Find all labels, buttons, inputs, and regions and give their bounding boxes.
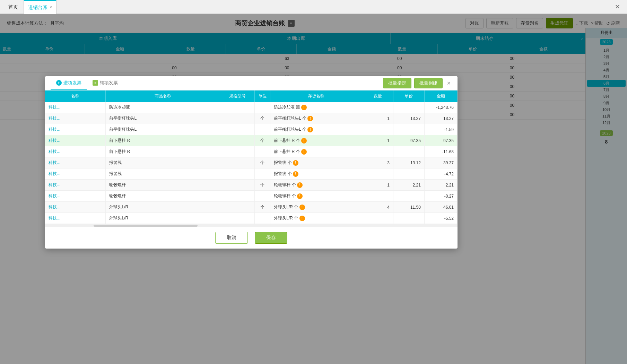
table-row: 科技...防冻冷却液防冻冷却液 瓶 !-1,243.76 bbox=[45, 102, 458, 113]
cancel-button[interactable]: 取消 bbox=[215, 232, 248, 244]
warning-icon: ! bbox=[307, 116, 313, 121]
dialog-header: ⬆ 进项发票 ≡ 销项发票 批量指定 批量创建 × bbox=[45, 76, 458, 90]
table-row: 科技...轮毂螺杆轮毂螺杆 个 !-0.27 bbox=[45, 191, 458, 202]
tab-close-btn[interactable]: × bbox=[50, 0, 52, 14]
scrollbar-thumb[interactable] bbox=[94, 225, 198, 227]
table-row: 科技...外球头L/R个外球头L/R 个 !411.5046.01 bbox=[45, 202, 458, 213]
table-row: 科技...前下悬挂 R个前下悬挂 R 个 !197.3597.35 bbox=[45, 135, 458, 146]
table-row: 科技...轮毂螺杆个轮毂螺杆 个 !12.212.21 bbox=[45, 180, 458, 191]
table-row: 科技...前平衡杆球头L个前平衡杆球头L 个 !113.2713.27 bbox=[45, 113, 458, 124]
tab-home[interactable]: 首页 bbox=[3, 0, 24, 14]
col-header-unit: 单位 bbox=[255, 90, 270, 102]
invoice-dialog: ⬆ 进项发票 ≡ 销项发票 批量指定 批量创建 × 名称 商品 bbox=[45, 76, 458, 249]
warning-icon: ! bbox=[307, 127, 313, 132]
col-header-amount: 金额 bbox=[424, 90, 457, 102]
batch-create-button[interactable]: 批量创建 bbox=[414, 78, 443, 88]
dialog-footer: 取消 保存 bbox=[45, 227, 458, 249]
inbound-tab-icon: ⬆ bbox=[56, 80, 62, 86]
tab-outbound-invoice[interactable]: ≡ 销项发票 bbox=[87, 76, 123, 90]
dialog-table: 名称 商品名称 规格型号 单位 存货名称 数量 单价 金额 科技...防冻冷却液… bbox=[45, 90, 458, 224]
warning-icon: ! bbox=[293, 171, 298, 177]
warning-icon: ! bbox=[301, 138, 307, 144]
dialog-close-button[interactable]: × bbox=[445, 80, 452, 87]
window-close-btn[interactable]: ✕ bbox=[611, 3, 624, 11]
tab-inbound-invoice[interactable]: ⬆ 进项发票 bbox=[51, 76, 87, 90]
tab-active[interactable]: 进销台账 × bbox=[24, 0, 56, 14]
tab-bar: 首页 进销台账 × ✕ bbox=[0, 0, 627, 14]
col-header-qty: 数量 bbox=[362, 90, 393, 102]
tab-active-label: 进销台账 bbox=[28, 0, 47, 14]
horizontal-scrollbar[interactable] bbox=[45, 224, 458, 227]
table-row: 科技...报警线个报警线 个 !313.1239.37 bbox=[45, 157, 458, 168]
warning-icon: ! bbox=[297, 182, 303, 188]
warning-icon: ! bbox=[301, 105, 307, 110]
col-header-product: 商品名称 bbox=[106, 90, 220, 102]
table-row: 科技...外球头L/R外球头L/R 个 !-5.52 bbox=[45, 213, 458, 224]
warning-icon: ! bbox=[293, 160, 298, 166]
save-button[interactable]: 保存 bbox=[255, 232, 287, 244]
warning-icon: ! bbox=[299, 216, 305, 221]
main-area: 销售成本计算方法： 月平均 商贸企业进销台账 ≡ 对账 重新开账 存货别名 生成… bbox=[0, 14, 627, 364]
dialog-table-header-row: 名称 商品名称 规格型号 单位 存货名称 数量 单价 金额 bbox=[45, 90, 458, 102]
warning-icon: ! bbox=[297, 193, 303, 199]
col-header-stock: 存货名称 bbox=[270, 90, 362, 102]
warning-icon: ! bbox=[299, 205, 305, 210]
inbound-tab-label: 进项发票 bbox=[63, 80, 81, 86]
dialog-tabs: ⬆ 进项发票 ≡ 销项发票 bbox=[51, 76, 123, 90]
table-row: 科技...报警线报警线 个 !-4.72 bbox=[45, 168, 458, 180]
table-row: 科技...前平衡杆球头L前平衡杆球头L 个 !-1.59 bbox=[45, 124, 458, 135]
outbound-tab-icon: ≡ bbox=[93, 80, 98, 86]
col-header-spec: 规格型号 bbox=[220, 90, 255, 102]
dialog-table-scroll[interactable]: 名称 商品名称 规格型号 单位 存货名称 数量 单价 金额 科技...防冻冷却液… bbox=[45, 90, 458, 224]
warning-icon: ! bbox=[301, 149, 307, 155]
col-header-name: 名称 bbox=[45, 90, 106, 102]
col-header-price: 单价 bbox=[393, 90, 424, 102]
dialog-header-actions: 批量指定 批量创建 × bbox=[383, 78, 452, 88]
batch-assign-button[interactable]: 批量指定 bbox=[383, 78, 411, 88]
table-row: 科技...前下悬挂 R前下悬挂 R 个 !-11.68 bbox=[45, 146, 458, 157]
outbound-tab-label: 销项发票 bbox=[100, 80, 118, 86]
